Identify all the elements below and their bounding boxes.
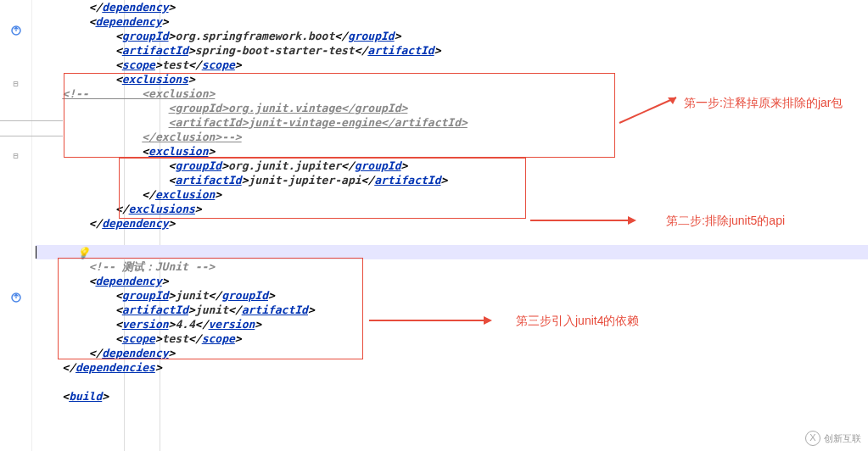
override-icon <box>11 25 21 40</box>
connector-line <box>0 120 63 121</box>
code-line: <dependency> <box>36 14 868 29</box>
code-line: <dependency> <box>36 274 868 288</box>
code-line <box>36 231 868 245</box>
code-line: <!-- 测试：JUnit --> <box>36 259 868 274</box>
code-line: <groupId>junit</groupId> <box>36 288 868 303</box>
code-line: </exclusion>--> <box>36 130 868 144</box>
code-line: </dependency> <box>36 346 868 360</box>
code-line: <exclusions> <box>36 72 868 86</box>
gutter: ⊟ ⊟ <box>0 0 32 451</box>
watermark-icon: X <box>805 431 820 446</box>
code-line: </exclusion> <box>36 187 868 202</box>
annotation-text-3: 第三步引入junit4的依赖 <box>516 314 639 328</box>
code-line <box>36 375 868 389</box>
code-line: <exclusion> <box>36 144 868 159</box>
watermark-text: 创新互联 <box>824 432 861 446</box>
code-line: <version>4.4</version> <box>36 317 868 331</box>
annotation-text-2: 第二步:排除junit5的api <box>666 214 785 228</box>
code-line: <artifactId>spring-boot-starter-test</ar… <box>36 43 868 58</box>
annotation-text-1: 第一步:注释掉原来排除的jar包 <box>684 96 843 110</box>
code-line: <build> <box>36 389 868 404</box>
override-icon <box>11 292 21 307</box>
code-line: <scope>test</scope> <box>36 331 868 346</box>
code-line: <scope>test</scope> <box>36 58 868 72</box>
code-line: <artifactId>junit</artifactId> <box>36 303 868 317</box>
code-line: <artifactId>junit-jupiter-api</artifactI… <box>36 173 868 187</box>
code-line: <groupId>org.springframework.boot</group… <box>36 29 868 43</box>
bulb-icon[interactable]: 💡 <box>76 246 90 260</box>
code-line: <artifactId>junit-vintage-engine</artifa… <box>36 115 868 130</box>
fold-icon[interactable]: ⊟ <box>13 76 18 91</box>
connector-line <box>0 136 63 136</box>
fold-icon[interactable]: ⊟ <box>13 148 18 163</box>
code-line: </dependency> <box>36 0 868 14</box>
watermark: X 创新互联 <box>805 431 861 446</box>
caret-line <box>36 245 868 259</box>
code-line: </dependencies> <box>36 360 868 375</box>
code-line: <groupId>org.junit.jupiter</groupId> <box>36 159 868 173</box>
